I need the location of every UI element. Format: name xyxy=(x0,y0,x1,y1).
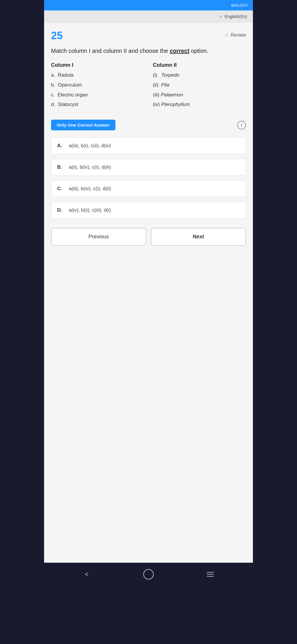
column2-item-ii: (ii) Pila xyxy=(153,82,246,89)
info-icon[interactable]: i xyxy=(237,121,246,129)
home-button[interactable] xyxy=(141,567,156,582)
option-d[interactable]: D. a(iv), b(ii), c(iii), d(i) xyxy=(51,202,246,219)
previous-button[interactable]: Previous xyxy=(51,228,146,246)
column1-item-a: a. Radula xyxy=(51,72,144,79)
language-label: English(En) xyxy=(224,14,247,19)
column-2: Column II (i) Torpedo (ii) Pila (iii) Pa… xyxy=(153,62,246,111)
option-a[interactable]: A. a(iii), b(i), c(ii), d(iv) xyxy=(51,137,246,154)
option-a-label: A. xyxy=(57,143,64,149)
column-2-header: Column II xyxy=(153,62,246,68)
column2-item-iv: (iv) Pterophyllum xyxy=(153,101,246,108)
options-list: A. a(iii), b(i), c(ii), d(iv) B. a(ii), … xyxy=(51,137,246,219)
question-text-before: Match column I and column II and choose … xyxy=(51,48,170,54)
option-d-label: D. xyxy=(57,207,64,213)
column-1-header: Column I xyxy=(51,62,144,68)
question-text-after: option. xyxy=(189,48,209,54)
option-b-label: B. xyxy=(57,164,64,170)
option-b-text: a(ii), b(iv), c(i), d(iii) xyxy=(69,164,111,170)
badge-row: Only One Correct Answer i xyxy=(51,120,246,130)
review-button[interactable]: ☆ Review xyxy=(224,30,246,38)
app-title-status: BIOLOGY xyxy=(231,3,248,8)
question-text: Match column I and column II and choose … xyxy=(51,46,246,55)
column-1: Column I a. Radula b. Operculum c. Elect… xyxy=(51,62,144,111)
menu-button[interactable] xyxy=(203,567,218,582)
dark-spacer xyxy=(44,586,253,644)
only-one-badge[interactable]: Only One Correct Answer xyxy=(51,120,115,130)
nav-buttons: Previous Next xyxy=(51,228,246,253)
next-button[interactable]: Next xyxy=(151,228,246,246)
back-button[interactable]: < xyxy=(79,567,94,582)
question-number: 25 xyxy=(51,30,63,42)
back-icon: < xyxy=(85,571,88,578)
question-container: 25 ☆ Review Match column I and column II… xyxy=(44,23,253,563)
review-label: Review xyxy=(231,33,246,38)
option-d-text: a(iv), b(ii), c(iii), d(i) xyxy=(69,207,111,213)
column2-item-i: (i) Torpedo xyxy=(153,72,246,79)
language-bar: ✓ English(En) xyxy=(44,10,253,23)
column1-item-c: c. Electric organ xyxy=(51,91,144,98)
option-c-label: C. xyxy=(57,186,64,192)
content-area: ✓ English(En) 25 ☆ Review Match column I… xyxy=(44,10,253,563)
option-b[interactable]: B. a(ii), b(iv), c(i), d(iii) xyxy=(51,159,246,176)
star-icon: ☆ xyxy=(224,32,229,38)
option-c[interactable]: C. a(iii), b(iv), c(i), d(ii) xyxy=(51,180,246,197)
phone-wrapper: BIOLOGY ✓ English(En) 25 ☆ Review Match … xyxy=(44,0,253,644)
language-selector[interactable]: ✓ English(En) xyxy=(219,14,247,19)
option-c-text: a(iii), b(iv), c(i), d(ii) xyxy=(69,186,111,192)
question-header: 25 ☆ Review xyxy=(51,30,246,42)
status-bar: BIOLOGY xyxy=(44,0,253,10)
chevron-down-icon: ✓ xyxy=(219,14,223,19)
columns-container: Column I a. Radula b. Operculum c. Elect… xyxy=(51,62,246,111)
option-a-text: a(iii), b(i), c(ii), d(iv) xyxy=(69,143,111,149)
column2-item-iii: (iii) Palaemon xyxy=(153,91,246,98)
home-icon xyxy=(143,569,154,580)
column1-item-b: b. Operculum xyxy=(51,82,144,89)
menu-icon xyxy=(207,572,214,577)
bottom-nav: < xyxy=(44,563,253,586)
column1-item-d: d. Statocyst xyxy=(51,101,144,108)
question-bold-word: correct xyxy=(170,48,189,54)
